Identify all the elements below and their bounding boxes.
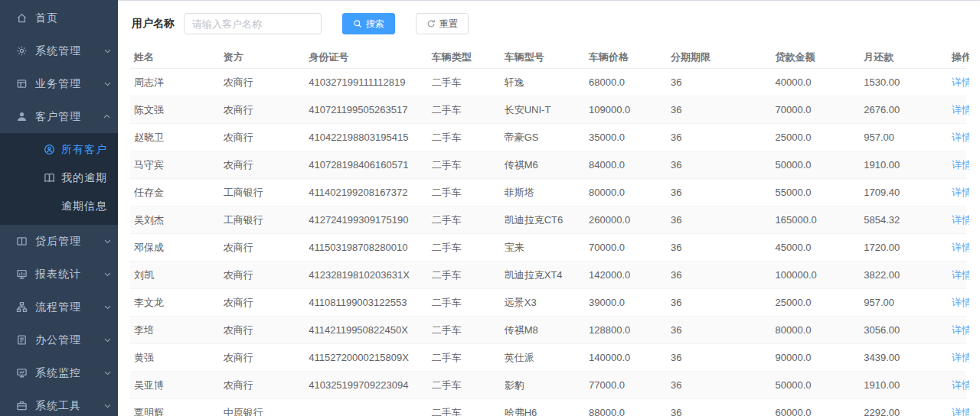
tab-list: 首页 × 所有客户 × 逾期信息 × 订单详情 × 贷后催收记录 × 催收处理方… <box>129 0 980 1</box>
close-icon[interactable]: × <box>904 0 909 1</box>
tab-客户GPS信息[interactable]: 客户GPS信息 × <box>835 0 917 1</box>
tab-逾期信息[interactable]: 逾期信息 × <box>241 0 303 1</box>
detail-link[interactable]: 详情 <box>948 406 969 416</box>
close-icon[interactable]: × <box>527 0 531 1</box>
cell-id: 41142119950822450X <box>305 324 428 336</box>
cell-price: 84000.0 <box>585 159 667 171</box>
tab-我的待办[interactable]: 我的待办 × <box>921 0 980 1</box>
detail-link[interactable]: 详情 <box>948 103 969 117</box>
cell-funder: 中原银行 <box>220 406 305 416</box>
close-icon[interactable]: × <box>743 0 748 1</box>
sidebar-item-贷后管理[interactable]: 贷后管理 <box>0 225 118 258</box>
column-header-term: 分期期限 <box>667 50 772 64</box>
sidebar-item-系统监控[interactable]: 系统监控 <box>0 356 118 389</box>
detail-link[interactable]: 详情 <box>948 379 969 392</box>
detail-link[interactable]: 详情 <box>948 158 969 172</box>
detail-link[interactable]: 详情 <box>948 241 969 255</box>
tab-紧急联系人[interactable]: 紧急联系人 × <box>760 0 831 1</box>
close-icon[interactable]: × <box>358 0 362 1</box>
tab-label: 紧急联系人 <box>768 0 814 1</box>
cell-type: 二手车 <box>428 76 501 89</box>
detail-link[interactable]: 详情 <box>948 213 969 227</box>
detail-link[interactable]: 详情 <box>948 131 969 145</box>
table-row: 吴刘杰工商银行412724199309175190二手车凯迪拉克CT626000… <box>130 206 966 234</box>
sidebar-subitem-逾期信息[interactable]: 逾期信息 <box>0 192 118 220</box>
tab-所有客户[interactable]: 所有客户 × <box>166 0 237 1</box>
sidebar-item-办公管理[interactable]: 办公管理 <box>0 323 118 356</box>
cell-model: 帝豪GS <box>501 131 585 145</box>
tab-外访记录[interactable]: 外访记录 × <box>694 0 756 1</box>
cell-model: 哈弗H6 <box>501 406 585 416</box>
sidebar-item-系统工具[interactable]: 系统工具 <box>0 389 118 416</box>
detail-link[interactable]: 详情 <box>948 351 969 365</box>
office-icon <box>15 334 28 346</box>
cell-type: 二手车 <box>428 406 501 416</box>
customer-name-input[interactable] <box>184 13 322 34</box>
cell-loan: 80000.0 <box>772 324 861 336</box>
cell-monthly: 957.00 <box>860 297 948 308</box>
tab-订单详情[interactable]: 订单详情 × <box>308 0 370 1</box>
tab-贷后催收记录[interactable]: 贷后催收记录 × <box>374 0 454 1</box>
close-icon[interactable]: × <box>819 0 824 1</box>
detail-link[interactable]: 详情 <box>948 268 969 282</box>
sidebar-item-首页[interactable]: 首页 <box>0 2 118 34</box>
cell-type: 二手车 <box>428 186 501 200</box>
tab-催收处理方案[interactable]: 催收处理方案 × <box>459 0 539 1</box>
column-header-monthly: 月还款 <box>860 50 948 64</box>
sidebar-item-客户管理[interactable]: 客户管理 <box>0 100 118 133</box>
cell-term: 36 <box>667 76 772 88</box>
table-row: 吴亚博农商行410325199709223094二手车影豹77000.03650… <box>130 372 966 399</box>
close-icon[interactable]: × <box>678 0 682 1</box>
detail-link[interactable]: 详情 <box>948 323 969 337</box>
sidebar-item-报表统计[interactable]: 报表统计 <box>0 258 118 291</box>
users-icon <box>43 144 55 156</box>
cell-model: 宝来 <box>501 241 585 255</box>
tab-首页[interactable]: 首页 × <box>129 0 162 1</box>
refresh-icon <box>426 19 436 28</box>
cell-monthly: 957.00 <box>860 132 948 143</box>
close-icon[interactable]: × <box>225 0 230 1</box>
cell-type: 二手车 <box>428 351 501 365</box>
customers-table: 姓名资方身份证号车辆类型车辆型号车辆价格分期期限贷款金额月还款操作周志洋农商行4… <box>130 46 966 416</box>
tab-公司银行卡[interactable]: 公司银行卡 × <box>543 0 614 1</box>
close-icon[interactable]: × <box>291 0 296 1</box>
cell-id: 411503198708280010 <box>305 242 428 253</box>
cell-monthly: 1910.00 <box>860 159 948 171</box>
detail-link[interactable]: 详情 <box>948 296 969 310</box>
cell-term: 36 <box>667 104 772 115</box>
tab-label: 客户银行卡 <box>626 0 672 1</box>
cell-term: 36 <box>667 407 772 416</box>
reset-button[interactable]: 重置 <box>416 13 469 34</box>
book-icon <box>43 172 55 184</box>
cell-funder: 农商行 <box>220 158 305 172</box>
tab-客户银行卡[interactable]: 客户银行卡 × <box>619 0 690 1</box>
close-icon[interactable]: × <box>442 0 446 1</box>
sidebar-subitem-所有客户[interactable]: 所有客户 <box>0 135 118 164</box>
detail-link[interactable]: 详情 <box>948 76 969 89</box>
search-button-label: 搜索 <box>366 18 384 31</box>
cell-name: 马守宾 <box>130 158 220 172</box>
cell-funder: 工商银行 <box>220 213 305 227</box>
close-icon[interactable]: × <box>971 0 975 1</box>
search-button[interactable]: 搜索 <box>342 13 395 34</box>
tab-label: 逾期信息 <box>249 0 286 1</box>
cell-loan: 25000.0 <box>772 297 861 308</box>
cell-type: 二手车 <box>428 268 501 282</box>
table-row: 黄强农商行41152720000215809X二手车英仕派140000.0369… <box>130 344 966 372</box>
cell-id: 41152720000215809X <box>305 352 428 363</box>
sidebar-menu: 首页 系统管理 业务管理 客户管理 所有客户 我的逾期 <box>0 0 118 416</box>
cell-loan: 90000.0 <box>772 352 861 363</box>
cell-id: 410325199709223094 <box>305 379 428 391</box>
cell-term: 36 <box>667 324 772 336</box>
cell-id: 410422198803195415 <box>305 132 428 143</box>
sidebar-item-流程管理[interactable]: 流程管理 <box>0 291 118 323</box>
sidebar-item-业务管理[interactable]: 业务管理 <box>0 67 118 100</box>
cell-model: 长安UNI-T <box>501 103 585 117</box>
tab-label: 订单详情 <box>315 0 352 1</box>
cell-loan: 100000.0 <box>772 269 861 281</box>
close-icon[interactable]: × <box>602 0 606 1</box>
detail-link[interactable]: 详情 <box>948 186 969 200</box>
sidebar-item-系统管理[interactable]: 系统管理 <box>0 34 118 67</box>
sidebar-subitem-我的逾期[interactable]: 我的逾期 <box>0 164 118 192</box>
column-header-model: 车辆型号 <box>501 50 585 64</box>
